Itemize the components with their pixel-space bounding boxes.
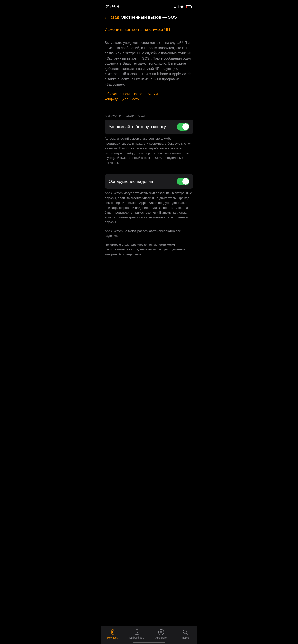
hold-button-label: Удерживайте боковую кнопку xyxy=(108,124,166,130)
description-block: Вы можете уведомить свои контакты на слу… xyxy=(101,36,197,107)
wifi-icon xyxy=(180,6,184,8)
fall-detection-description-1: Apple Watch могут автоматически позвонит… xyxy=(101,189,197,229)
fall-detection-description-2: Apple Watch не могут распознавать абсолю… xyxy=(101,229,197,242)
fall-desc-3-text: Некоторые виды физической активности мог… xyxy=(104,242,194,257)
fall-desc-1-text: Apple Watch могут автоматически позвонит… xyxy=(104,191,194,225)
fall-detection-toggle-row: Обнаружение падения xyxy=(104,174,194,189)
chevron-left-icon: ‹ xyxy=(104,14,106,20)
fall-detection-label: Обнаружение падения xyxy=(108,179,153,184)
page-title: Экстренный вызов — SOS xyxy=(119,15,179,20)
emergency-contacts-link[interactable]: Изменить контакты на случай ЧП xyxy=(104,27,170,32)
toggle-thumb-2 xyxy=(182,178,189,185)
status-bar: 21:26 xyxy=(101,0,197,12)
toggle-thumb xyxy=(182,124,189,130)
hold-button-description: Автоматический вызов в экстренные службы… xyxy=(101,134,197,170)
nav-bar: ‹ Назад Экстренный вызов — SOS xyxy=(101,12,197,23)
status-time: 21:26 xyxy=(105,5,119,9)
hold-button-toggle-row: Удерживайте боковую кнопку xyxy=(104,120,194,134)
hold-button-toggle[interactable] xyxy=(177,123,190,131)
signal-bars xyxy=(174,6,179,8)
content-area: Изменить контакты на случай ЧП Вы можете… xyxy=(101,23,197,290)
status-icons xyxy=(174,6,193,8)
fall-detection-description-3: Некоторые виды физической активности мог… xyxy=(101,242,197,261)
fall-detection-section: Обнаружение падения xyxy=(104,174,194,189)
fall-detection-toggle[interactable] xyxy=(177,178,190,185)
location-icon xyxy=(117,6,119,8)
privacy-link[interactable]: Об Экстренном вызове — SOS и конфиденциа… xyxy=(104,92,158,101)
auto-dial-section-header: АВТОМАТИЧЕСКИЙ НАБОР xyxy=(101,107,197,120)
hold-button-section: Удерживайте боковую кнопку xyxy=(104,120,194,134)
battery-icon xyxy=(186,6,193,8)
back-button[interactable]: ‹ Назад xyxy=(104,14,119,20)
emergency-contacts-link-section: Изменить контакты на случай ЧП xyxy=(101,23,197,36)
fall-desc-2-text: Apple Watch не могут распознавать абсолю… xyxy=(104,229,194,238)
back-label: Назад xyxy=(107,15,119,20)
emergency-description: Вы можете уведомить свои контакты на слу… xyxy=(104,40,194,87)
time-display: 21:26 xyxy=(105,5,116,9)
